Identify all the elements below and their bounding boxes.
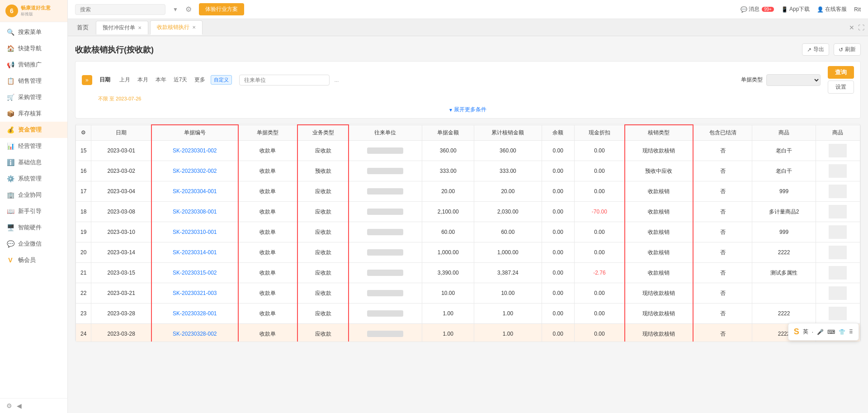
user-profile[interactable]: Rit bbox=[854, 6, 861, 13]
sidebar-item-operation[interactable]: 📊 经营管理 bbox=[0, 138, 67, 154]
order-no-link[interactable]: SK-20230315-002 bbox=[173, 270, 217, 276]
expand-more-btn[interactable]: ▾ 展开更多条件 bbox=[449, 106, 486, 114]
message-button[interactable]: 💬 消息 99+ bbox=[741, 5, 774, 13]
sidebar-item-finance[interactable]: 💰 资金管理 bbox=[0, 122, 67, 138]
table-scroll[interactable]: ⚙ 日期 单据编号 单据类型 业务类型 往来单位 单据金额 累计核销金额 余额 … bbox=[75, 124, 860, 342]
sidebar-item-enterprise[interactable]: 🏢 企业协同 bbox=[0, 187, 67, 203]
row-date: 2023-03-28 bbox=[91, 304, 151, 324]
refresh-button[interactable]: ↺ 刷新 bbox=[834, 43, 861, 56]
order-no-link[interactable]: SK-20230304-001 bbox=[173, 188, 217, 195]
row-order-type: 收款单 bbox=[238, 181, 298, 202]
row-product2 bbox=[816, 202, 860, 222]
tab-receipts-close-icon[interactable]: ✕ bbox=[192, 25, 196, 30]
row-unit bbox=[349, 283, 422, 304]
row-order-no: SK-20230302-002 bbox=[151, 161, 238, 181]
unit-input[interactable] bbox=[239, 75, 330, 85]
row-cancel-type: 现结收款核销 bbox=[625, 283, 693, 304]
order-no-link[interactable]: SK-20230302-002 bbox=[173, 168, 217, 174]
row-included: 否 bbox=[693, 324, 752, 342]
tab-fullscreen-icon[interactable]: ⛶ bbox=[858, 24, 864, 31]
hardware-icon: 🖥️ bbox=[6, 223, 14, 232]
floating-item-ying[interactable]: 英 bbox=[803, 328, 808, 336]
order-no-link[interactable]: SK-20230328-002 bbox=[173, 331, 217, 337]
sidebar-item-inventory[interactable]: 📦 库存核算 bbox=[0, 105, 67, 122]
row-cancel-type: 预收中应收 bbox=[625, 161, 693, 181]
collapse-icon[interactable]: ◀ bbox=[17, 402, 22, 409]
search-menu-icon: 🔍 bbox=[6, 28, 14, 36]
sidebar-item-member[interactable]: V 畅会员 bbox=[0, 252, 67, 268]
row-product1: 测试多属性 bbox=[752, 263, 816, 283]
sidebar-item-wechat[interactable]: 💬 企业微信 bbox=[0, 236, 67, 252]
query-button[interactable]: 查询 bbox=[828, 66, 854, 79]
sidebar-item-purchase[interactable]: 🛒 采购管理 bbox=[0, 89, 67, 105]
order-no-link[interactable]: SK-20230308-001 bbox=[173, 209, 217, 215]
date-this-year[interactable]: 本年 bbox=[154, 75, 168, 85]
search-input[interactable] bbox=[75, 4, 165, 15]
row-balance: 0.00 bbox=[542, 181, 574, 202]
tab-bar-right: ✕ ⛶ bbox=[849, 24, 864, 31]
online-service-button[interactable]: 👤 在线客服 bbox=[817, 5, 847, 13]
row-num: 21 bbox=[76, 263, 91, 283]
sidebar-item-marketing[interactable]: 📢 营销推广 bbox=[0, 57, 67, 73]
order-no-link[interactable]: SK-20230310-001 bbox=[173, 229, 217, 235]
row-accumulated: 3,387.24 bbox=[474, 263, 542, 283]
floating-grid-icon[interactable]: ⠿ bbox=[849, 329, 853, 335]
floating-mic-icon[interactable]: 🎤 bbox=[817, 329, 824, 335]
app-download-button[interactable]: 📱 App下载 bbox=[781, 5, 810, 13]
order-no-link[interactable]: SK-20230301-002 bbox=[173, 147, 217, 154]
col-settings[interactable]: ⚙ bbox=[76, 125, 91, 141]
row-accumulated: 1.00 bbox=[474, 304, 542, 324]
row-date: 2023-03-28 bbox=[91, 324, 151, 342]
date-this-month[interactable]: 本月 bbox=[136, 75, 150, 85]
dropdown-arrow-icon[interactable]: ▼ bbox=[173, 6, 178, 13]
settings-icon[interactable]: ⚙ bbox=[6, 402, 12, 409]
row-accumulated: 1.00 bbox=[474, 324, 542, 342]
date-last-month[interactable]: 上月 bbox=[118, 75, 132, 85]
row-amount: 1.00 bbox=[422, 304, 474, 324]
row-product2 bbox=[816, 242, 860, 263]
basic-icon: ℹ️ bbox=[6, 158, 14, 166]
logo-icon: 6 bbox=[5, 5, 18, 17]
industry-solution-button[interactable]: 体验行业方案 bbox=[199, 3, 244, 15]
col-cancel-type: 核销类型 bbox=[625, 125, 693, 141]
row-biz-type: 应收款 bbox=[297, 242, 348, 263]
tab-prepay-close-icon[interactable]: ✕ bbox=[138, 25, 142, 30]
sidebar-item-basic[interactable]: ℹ️ 基础信息 bbox=[0, 154, 67, 171]
row-date: 2023-03-14 bbox=[91, 242, 151, 263]
sidebar-item-hardware[interactable]: 🖥️ 智能硬件 bbox=[0, 219, 67, 236]
sidebar-item-search[interactable]: 🔍 搜索菜单 bbox=[0, 24, 67, 40]
export-button[interactable]: ↗ 导出 bbox=[802, 43, 829, 56]
tab-receipts[interactable]: 收款核销执行 ✕ bbox=[150, 20, 203, 35]
sidebar-item-sales[interactable]: 📋 销售管理 bbox=[0, 73, 67, 89]
system-icon: ⚙️ bbox=[6, 175, 14, 183]
tab-close-all-icon[interactable]: ✕ bbox=[849, 24, 854, 31]
date-last-7days[interactable]: 近7天 bbox=[172, 75, 189, 85]
floating-shirt-icon[interactable]: 👕 bbox=[839, 329, 845, 335]
row-num: 20 bbox=[76, 242, 91, 263]
row-included: 否 bbox=[693, 202, 752, 222]
filter-toggle-button[interactable]: » bbox=[82, 75, 92, 85]
row-order-no: SK-20230328-001 bbox=[151, 304, 238, 324]
expand-down-icon: ▾ bbox=[449, 107, 452, 113]
floating-keyboard-icon[interactable]: ⌨ bbox=[827, 329, 835, 335]
member-icon: V bbox=[6, 256, 14, 264]
order-no-link[interactable]: SK-20230314-001 bbox=[173, 249, 217, 256]
setting-button[interactable]: 设置 bbox=[828, 81, 854, 94]
table-row: 21 2023-03-15 SK-20230315-002 收款单 应收款 3,… bbox=[76, 263, 860, 283]
tab-prepay[interactable]: 预付冲应付单 ✕ bbox=[96, 21, 148, 34]
sidebar-item-guide[interactable]: 📖 新手引导 bbox=[0, 203, 67, 219]
floating-dot: · bbox=[812, 329, 813, 335]
type-select[interactable] bbox=[766, 74, 821, 86]
sidebar-item-quicknav[interactable]: 🏠 快捷导航 bbox=[0, 40, 67, 57]
date-more[interactable]: 更多 bbox=[193, 75, 207, 85]
order-no-link[interactable]: SK-20230321-003 bbox=[173, 290, 217, 296]
date-custom-btn[interactable]: 自定义 bbox=[211, 75, 232, 85]
gear-icon[interactable]: ⚙ bbox=[185, 5, 192, 14]
sidebar-item-system[interactable]: ⚙️ 系统管理 bbox=[0, 171, 67, 187]
finance-icon: 💰 bbox=[6, 126, 14, 134]
row-date: 2023-03-04 bbox=[91, 181, 151, 202]
row-amount: 2,100.00 bbox=[422, 202, 474, 222]
order-no-link[interactable]: SK-20230328-001 bbox=[173, 310, 217, 317]
row-accumulated: 333.00 bbox=[474, 161, 542, 181]
tab-home[interactable]: 首页 bbox=[71, 21, 94, 34]
